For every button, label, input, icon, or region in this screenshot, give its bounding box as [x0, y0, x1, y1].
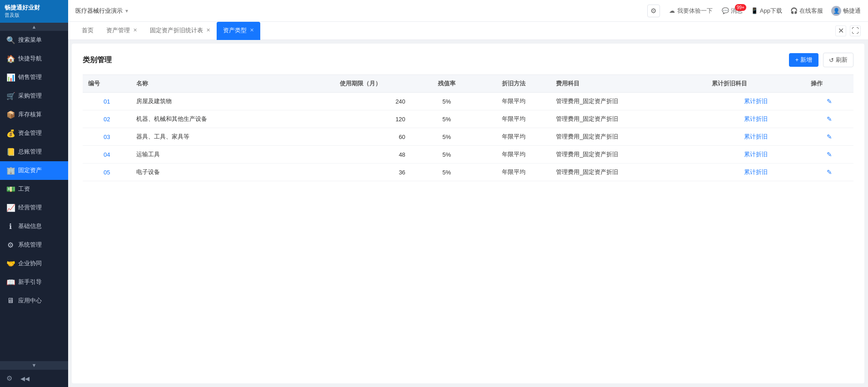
chevron-down-icon[interactable]: ▾ [125, 8, 128, 14]
app-download-btn[interactable]: 📱 App下载 [751, 7, 782, 15]
cell-accumulated: 累计折旧 [706, 110, 805, 128]
sidebar-item-label: 系统管理 [18, 241, 42, 249]
avatar-icon: 👤 [831, 6, 841, 16]
content-header: 类别管理 + 新增 ↺ 刷新 [83, 53, 853, 67]
tab-首页[interactable]: 首页 [75, 22, 100, 40]
cell-method: 年限平均 [477, 128, 551, 146]
cell-code: 02 [83, 110, 131, 128]
industry-label: 医疗器械行业演示 [75, 7, 123, 15]
sidebar-nav: 🔍搜索菜单🏠快捷导航📊销售管理🛒采购管理📦库存核算💰资金管理📒总账管理🏢固定资产… [0, 31, 68, 361]
table-body: 01 房屋及建筑物 240 5% 年限平均 管理费用_固定资产折旧 累计折旧 ✎… [83, 93, 853, 181]
cell-action[interactable]: ✎ [805, 128, 853, 146]
sales-icon: 📊 [6, 73, 15, 82]
edit-icon[interactable]: ✎ [827, 115, 832, 123]
cell-accumulated: 累计折旧 [706, 146, 805, 164]
sidebar-item-inventory[interactable]: 📦库存核算 [0, 105, 68, 124]
sidebar-item-basic[interactable]: ℹ基础信息 [0, 217, 68, 236]
tab-close-icon[interactable]: ✕ [133, 27, 137, 33]
cell-name: 运输工具 [131, 146, 305, 164]
purchase-icon: 🛒 [6, 92, 15, 100]
cell-accumulated: 累计折旧 [706, 128, 805, 146]
tab-固定资产折旧统计表[interactable]: 固定资产折旧统计表✕ [144, 22, 217, 40]
sidebar-item-purchase[interactable]: 🛒采购管理 [0, 87, 68, 105]
sidebar-item-quicknav[interactable]: 🏠快捷导航 [0, 50, 68, 68]
sidebar-item-guide[interactable]: 📖新手引导 [0, 273, 68, 292]
tab-label: 固定资产折旧统计表 [150, 26, 203, 35]
sidebar-item-label: 资金管理 [18, 129, 42, 137]
table-header-row: 编号名称使用期限（月）残值率折旧方法费用科目累计折旧科目操作 [83, 75, 853, 93]
sidebar-item-label: 新手引导 [18, 278, 42, 286]
refresh-label: 刷新 [836, 56, 848, 64]
expand-tab-btn[interactable]: ⛶ [850, 25, 861, 36]
edit-icon[interactable]: ✎ [827, 151, 832, 158]
th-名称: 名称 [131, 75, 305, 93]
settings-icon[interactable]: ⚙ [6, 374, 12, 382]
collapse-icon[interactable]: ◀◀ [20, 375, 30, 382]
sidebar-item-label: 企业协同 [18, 259, 42, 268]
th-累计折旧科目: 累计折旧科目 [706, 75, 805, 93]
cell-method: 年限平均 [477, 110, 551, 128]
experience-button[interactable]: ☁ 我要体验一下 [665, 5, 717, 17]
tab-close-icon[interactable]: ✕ [206, 27, 210, 33]
sidebar-scroll-down[interactable]: ▼ [0, 361, 68, 369]
sidebar-item-fixed[interactable]: 🏢固定资产 [0, 161, 68, 180]
sidebar-item-search[interactable]: 🔍搜索菜单 [0, 31, 68, 50]
cell-action[interactable]: ✎ [805, 146, 853, 164]
cell-expense: 管理费用_固定资产折旧 [551, 93, 706, 110]
sidebar-item-corp[interactable]: 🤝企业协同 [0, 254, 68, 273]
sidebar-bottom: ⚙ ◀◀ [0, 369, 68, 387]
cell-accumulated: 累计折旧 [706, 93, 805, 110]
cell-residual: 5% [416, 128, 477, 146]
sidebar-scroll-up[interactable]: ▲ [0, 23, 68, 31]
sidebar-item-app[interactable]: 🖥应用中心 [0, 292, 68, 310]
message-btn[interactable]: 💬 消息 99 [722, 7, 743, 15]
tab-label: 首页 [82, 26, 94, 35]
cell-name: 房屋及建筑物 [131, 93, 305, 110]
cell-action[interactable]: ✎ [805, 110, 853, 128]
service-label: 在线客服 [799, 7, 823, 15]
cell-name: 机器、机械和其他生产设备 [131, 110, 305, 128]
cell-action[interactable]: ✎ [805, 164, 853, 181]
refresh-button[interactable]: ↺ 刷新 [823, 53, 853, 67]
tab-资产类型[interactable]: 资产类型✕ [217, 22, 260, 40]
table-row: 01 房屋及建筑物 240 5% 年限平均 管理费用_固定资产折旧 累计折旧 ✎ [83, 93, 853, 110]
refresh-icon: ↺ [829, 57, 834, 64]
table-row: 02 机器、机械和其他生产设备 120 5% 年限平均 管理费用_固定资产折旧 … [83, 110, 853, 128]
guide-icon: 📖 [6, 278, 15, 287]
sidebar-item-funds[interactable]: 💰资金管理 [0, 124, 68, 143]
app-version: 普及版 [5, 12, 64, 19]
gear-button[interactable]: ⚙ [647, 5, 660, 17]
service-btn[interactable]: 🎧 在线客服 [790, 7, 823, 15]
sidebar-item-label: 应用中心 [18, 297, 42, 305]
message-badge: 99 [735, 4, 746, 11]
operation-icon: 📈 [6, 203, 15, 212]
sidebar-item-salary[interactable]: 💵工资 [0, 180, 68, 198]
phone-icon: 📱 [751, 7, 758, 14]
cell-code: 01 [83, 93, 131, 110]
sidebar-item-label: 快捷导航 [18, 55, 42, 63]
table-row: 03 器具、工具、家具等 60 5% 年限平均 管理费用_固定资产折旧 累计折旧… [83, 128, 853, 146]
sidebar-item-operation[interactable]: 📈经营管理 [0, 198, 68, 217]
experience-label: 我要体验一下 [677, 7, 713, 15]
cell-expense: 管理费用_固定资产折旧 [551, 110, 706, 128]
cloud-icon: ☁ [669, 7, 675, 14]
cell-action[interactable]: ✎ [805, 93, 853, 110]
tab-close-icon[interactable]: ✕ [250, 27, 254, 33]
new-button[interactable]: + 新增 [789, 53, 818, 67]
ledger-icon: 📒 [6, 148, 15, 156]
funds-icon: 💰 [6, 129, 15, 138]
user-btn[interactable]: 👤 畅捷通 [831, 6, 861, 16]
cell-method: 年限平均 [477, 146, 551, 164]
cell-period: 120 [305, 110, 417, 128]
sidebar-item-system[interactable]: ⚙系统管理 [0, 236, 68, 254]
close-tab-btn[interactable]: ✕ [835, 25, 846, 36]
tab-资产管理[interactable]: 资产管理✕ [100, 22, 144, 40]
edit-icon[interactable]: ✎ [827, 133, 832, 140]
th-残值率: 残值率 [416, 75, 477, 93]
sidebar: 畅捷通好业财 普及版 ▲ 🔍搜索菜单🏠快捷导航📊销售管理🛒采购管理📦库存核算💰资… [0, 0, 68, 387]
sidebar-item-ledger[interactable]: 📒总账管理 [0, 143, 68, 161]
cell-expense: 管理费用_固定资产折旧 [551, 146, 706, 164]
edit-icon[interactable]: ✎ [827, 169, 832, 176]
edit-icon[interactable]: ✎ [827, 98, 832, 105]
sidebar-item-sales[interactable]: 📊销售管理 [0, 68, 68, 87]
